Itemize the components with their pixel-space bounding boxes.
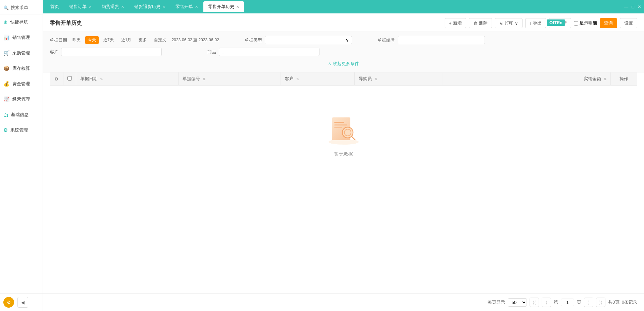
filter-doctype-item: 单据类型 ∨ bbox=[245, 36, 352, 44]
query-button[interactable]: 查询 bbox=[600, 18, 617, 28]
operations-icon: 📈 bbox=[3, 96, 10, 102]
select-all-checkbox[interactable] bbox=[67, 76, 72, 81]
settings-btn[interactable]: 设置 bbox=[620, 18, 637, 28]
page-prev-btn[interactable]: ⟨ bbox=[542, 298, 551, 307]
filter-date-item: 单据日期 昨天 今天 近7天 近1月 更多 自定义 2023-06-02 至 2… bbox=[50, 36, 219, 44]
inventory-icon: 📦 bbox=[3, 65, 10, 71]
empty-text: 暂无数据 bbox=[334, 151, 353, 157]
col-settings[interactable]: ⚙ bbox=[50, 72, 63, 86]
col-guide[interactable]: 导购员 ⇅ bbox=[354, 72, 443, 86]
page-first-btn[interactable]: ⟨⟨ bbox=[530, 298, 539, 307]
settings-icon: ⚙ bbox=[7, 300, 11, 305]
col-number[interactable]: 单据编号 ⇅ bbox=[178, 72, 281, 86]
customer-placeholder: ... bbox=[64, 49, 68, 54]
settings-button[interactable]: ⚙ bbox=[3, 297, 14, 308]
date-today-btn[interactable]: 今天 bbox=[85, 36, 99, 44]
show-detail-label: 显示明细 bbox=[580, 20, 597, 26]
print-label: 打印 bbox=[505, 20, 513, 26]
tab-retail-open-history-close[interactable]: ✕ bbox=[236, 5, 239, 9]
product-select[interactable]: ... bbox=[219, 48, 319, 56]
tab-sales-order[interactable]: 销售订单 ✕ bbox=[64, 1, 96, 12]
sidebar-item-label: 系统管理 bbox=[10, 127, 28, 133]
date-last1m-btn[interactable]: 近1月 bbox=[118, 36, 134, 44]
col-actions: 操作 bbox=[610, 72, 637, 86]
date-yesterday-btn[interactable]: 昨天 bbox=[70, 36, 83, 44]
per-page-select[interactable]: 50 10 20 100 bbox=[508, 298, 527, 307]
doctype-select[interactable]: ∨ bbox=[265, 36, 352, 44]
finance-icon: 💰 bbox=[3, 81, 10, 87]
tab-sales-return-close[interactable]: ✕ bbox=[121, 5, 124, 9]
col-customer-sort[interactable]: ⇅ bbox=[296, 77, 299, 81]
tab-sales-return-label: 销货退货 bbox=[102, 4, 119, 10]
print-dropdown-icon: ∨ bbox=[515, 21, 518, 26]
sidebar-item-label: 基础信息 bbox=[11, 112, 29, 118]
col-amount[interactable]: 实销金额 ⇅ bbox=[443, 72, 610, 86]
query-label: 查询 bbox=[604, 20, 613, 26]
quick-nav-icon: ⊕ bbox=[3, 19, 8, 25]
sidebar-item-operations[interactable]: 📈 经营管理 bbox=[0, 92, 43, 107]
tab-sales-return[interactable]: 销货退货 ✕ bbox=[97, 1, 129, 12]
page-last-btn[interactable]: ⟩⟩ bbox=[596, 298, 605, 307]
window-maximize-btn[interactable]: □ bbox=[632, 4, 634, 9]
delete-button[interactable]: 🗑 删除 bbox=[469, 18, 492, 28]
sidebar-item-finance[interactable]: 💰 资金管理 bbox=[0, 76, 43, 92]
sidebar-item-inventory[interactable]: 📦 库存核算 bbox=[0, 61, 43, 76]
tab-retail-open-history[interactable]: 零售开单历史 ✕ bbox=[203, 1, 244, 12]
page-next-btn[interactable]: ⟩ bbox=[584, 298, 593, 307]
filter-docnum-item: 单据编号 bbox=[378, 36, 485, 44]
sidebar-item-base-info[interactable]: 🗂 基础信息 bbox=[0, 107, 43, 122]
delete-icon: 🗑 bbox=[473, 21, 478, 26]
tab-home-label: 首页 bbox=[50, 4, 59, 10]
date-more-btn[interactable]: 更多 bbox=[136, 36, 149, 44]
col-number-sort[interactable]: ⇅ bbox=[203, 77, 205, 81]
tab-sales-return-history-close[interactable]: ✕ bbox=[162, 5, 165, 9]
total-text: 共0页, 0条记录 bbox=[608, 299, 637, 305]
page-input[interactable] bbox=[561, 299, 574, 306]
date-label: 单据日期 bbox=[50, 37, 67, 43]
col-customer[interactable]: 客户 ⇅ bbox=[281, 72, 355, 86]
show-detail-checkbox[interactable] bbox=[574, 21, 578, 25]
system-icon: ⚙ bbox=[3, 127, 8, 133]
window-minimize-btn[interactable]: — bbox=[624, 4, 628, 9]
new-button[interactable]: + 新增 bbox=[445, 18, 466, 28]
tab-home[interactable]: 首页 bbox=[46, 1, 64, 12]
tab-sales-return-history[interactable]: 销货退货历史 ✕ bbox=[130, 1, 170, 12]
col-date[interactable]: 单据日期 ⇅ bbox=[76, 72, 178, 86]
docnum-input[interactable] bbox=[398, 36, 485, 44]
empty-illustration bbox=[324, 112, 364, 146]
show-detail-toggle[interactable]: 显示明细 bbox=[574, 20, 597, 26]
date-last7-btn[interactable]: 近7天 bbox=[101, 36, 116, 44]
sidebar-search[interactable]: 🔍 搜索采单 bbox=[0, 0, 43, 14]
empty-state-row: 暂无数据 bbox=[50, 86, 637, 185]
window-close-btn[interactable]: ✕ bbox=[638, 4, 641, 9]
col-guide-sort[interactable]: ⇅ bbox=[375, 77, 377, 81]
print-button[interactable]: 🖨 打印 ∨ bbox=[495, 18, 523, 28]
sidebar-collapse-button[interactable]: ◀ bbox=[17, 297, 28, 308]
collapse-icon: ◀ bbox=[21, 300, 24, 305]
table-body: 暂无数据 bbox=[50, 86, 637, 185]
sidebar-item-label: 销售管理 bbox=[12, 35, 30, 41]
col-date-sort[interactable]: ⇅ bbox=[100, 77, 103, 81]
customer-select[interactable]: ... bbox=[61, 48, 162, 56]
sidebar-item-sales-mgmt[interactable]: 📊 销售管理 bbox=[0, 30, 43, 45]
col-checkbox[interactable] bbox=[63, 72, 76, 86]
col-amount-sort[interactable]: ⇅ bbox=[604, 77, 606, 81]
collapse-more-btn[interactable]: ∧ 收起更多条件 bbox=[328, 59, 359, 68]
docnum-label: 单据编号 bbox=[378, 37, 395, 43]
sidebar-item-quick-nav[interactable]: ⊕ 快捷导航 bbox=[0, 14, 43, 30]
sidebar-item-system-mgmt[interactable]: ⚙ 系统管理 bbox=[0, 122, 43, 138]
date-custom-btn[interactable]: 自定义 bbox=[151, 36, 169, 44]
sidebar-item-purchase-mgmt[interactable]: 🛒 采购管理 bbox=[0, 45, 43, 61]
export-button[interactable]: ↑ 导出 bbox=[525, 18, 546, 28]
main-area: 首页 销售订单 ✕ 销货退货 ✕ 销货退货历史 ✕ 零售开单 ✕ 零售开单历史 … bbox=[43, 0, 644, 311]
pagination: 每页显示 50 10 20 100 ⟨⟨ ⟨ 第 页 ⟩ ⟩⟩ 共0页, 0条记… bbox=[43, 293, 644, 311]
tab-retail-open[interactable]: 零售开单 ✕ bbox=[171, 1, 203, 12]
tab-sales-order-label: 销售订单 bbox=[69, 4, 87, 10]
product-placeholder: ... bbox=[222, 49, 226, 54]
svg-rect-3 bbox=[334, 122, 344, 123]
settings-label: 设置 bbox=[624, 20, 633, 26]
tab-sales-order-close[interactable]: ✕ bbox=[89, 5, 92, 9]
col-date-label: 单据日期 bbox=[80, 76, 98, 81]
tab-retail-open-close[interactable]: ✕ bbox=[195, 5, 198, 9]
svg-rect-4 bbox=[334, 124, 347, 125]
